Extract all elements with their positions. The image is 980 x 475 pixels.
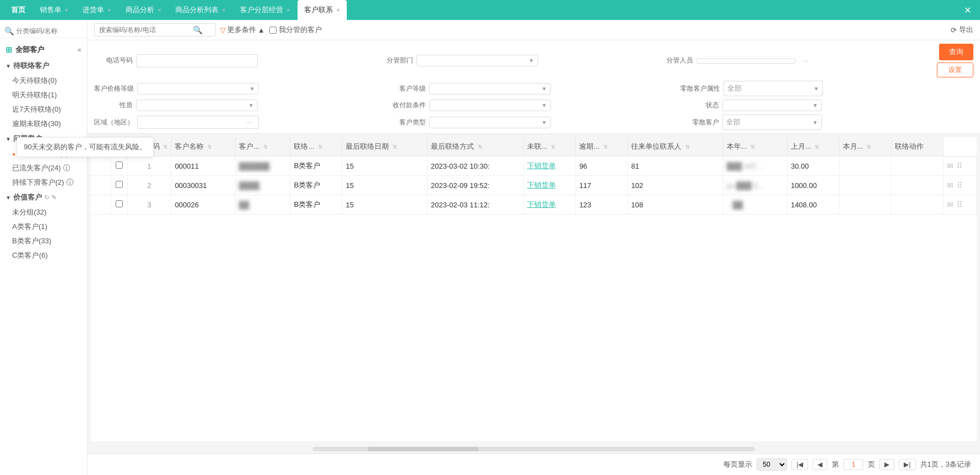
nav-tab-analysis-list[interactable]: 商品分析列表 × — [169, 0, 232, 20]
nav-tab-customer-tier[interactable]: 客户分层经营 × — [233, 0, 296, 20]
sort-contact-person-icon[interactable]: ⇅ — [685, 144, 690, 150]
export-button[interactable]: ⟳ 导出 — [951, 25, 973, 35]
nav-tab-analysis[interactable]: 商品分析 × — [119, 0, 168, 20]
sort-overdue-icon[interactable]: ⇅ — [603, 144, 608, 150]
region-dots[interactable]: ··· — [243, 118, 255, 126]
action-more-icon[interactable]: ⠿ — [957, 200, 962, 209]
settings-button[interactable]: 设置 — [937, 62, 973, 77]
filter-price-level-select[interactable]: ▼ — [137, 83, 259, 95]
row-checkbox-cell[interactable] — [111, 156, 127, 176]
nav-tab-home[interactable]: 首页 — [4, 0, 32, 20]
close-all-tabs-button[interactable]: ✕ — [960, 5, 976, 15]
prev-page-button[interactable]: ◀ — [812, 459, 827, 470]
action-more-icon[interactable]: ⠿ — [957, 161, 962, 170]
row-this-month-cell — [891, 195, 943, 215]
next-page-button[interactable]: ▶ — [879, 459, 894, 470]
filter-dept-select[interactable]: ▼ — [416, 55, 538, 66]
sidebar-item-ungrouped[interactable]: 未分组(32) — [0, 205, 87, 220]
row-contact-num-cell: 15 — [342, 176, 428, 195]
nav-tab-sales[interactable]: 销售单 × — [33, 0, 75, 20]
sidebar-item-churned[interactable]: 已流失客户(24) ⓘ — [0, 161, 87, 175]
sort-code-icon[interactable]: ⇅ — [163, 144, 168, 150]
edit-value-icon[interactable]: ✎ — [51, 194, 56, 201]
close-customer-contact-tab-icon[interactable]: × — [336, 7, 340, 13]
sidebar-group-pending[interactable]: ▼ 待联络客户 — [0, 58, 87, 74]
row-checkbox-cell[interactable] — [111, 176, 127, 195]
close-analysis-list-tab-icon[interactable]: × — [222, 7, 225, 13]
sidebar-all-customers[interactable]: ⊞ 全部客户 « — [0, 41, 87, 58]
action-message-icon[interactable]: ✉ — [947, 200, 953, 209]
filter-zero-customer-select[interactable]: 全部 ▼ — [722, 114, 822, 130]
filter-customer-type-label: 客户类型 — [387, 118, 426, 127]
sort-this-month-icon[interactable]: ⇅ — [867, 144, 871, 150]
sidebar-item-declining[interactable]: 持续下滑客户(2) ⓘ — [0, 175, 87, 190]
filter-customer-level-select[interactable]: ▼ — [429, 83, 551, 95]
my-customers-checkbox[interactable]: 我分管的客户 — [269, 25, 322, 35]
filter-region-select[interactable]: ··· — [137, 116, 259, 129]
close-sales-tab-icon[interactable]: × — [65, 7, 68, 13]
my-customers-check[interactable] — [269, 27, 277, 34]
filter-zero-attr-select[interactable]: 全部 ▼ — [723, 81, 823, 96]
filter-gender-select[interactable]: ▼ — [136, 100, 258, 111]
close-analysis-tab-icon[interactable]: × — [158, 7, 161, 13]
row-last-method-cell[interactable]: 下销货单 — [523, 195, 576, 215]
filter-dots-1[interactable]: ··· — [799, 57, 811, 65]
sort-type-icon[interactable]: ⇅ — [263, 144, 268, 150]
first-page-button[interactable]: |◀ — [791, 459, 808, 470]
action-more-icon[interactable]: ⠿ — [957, 181, 962, 190]
last-page-button[interactable]: ▶| — [899, 459, 915, 470]
customer-level-chevron-icon: ▼ — [541, 86, 547, 92]
sort-name-icon[interactable]: ⇅ — [207, 144, 212, 150]
sort-date-icon[interactable]: ⇅ — [393, 144, 397, 150]
close-customer-tier-tab-icon[interactable]: × — [286, 7, 290, 13]
pagination-bar: 每页显示 50 20 100 |◀ ◀ 第 页 ▶ ▶| 共1页，3条记录 — [87, 453, 980, 475]
main-search-input[interactable] — [99, 26, 193, 34]
sidebar-item-b-class[interactable]: B类客户(33) — [0, 234, 87, 248]
more-conditions-button[interactable]: ▽ 更多条件 ▲ — [220, 25, 265, 35]
last-method-link[interactable]: 下销货单 — [527, 181, 556, 189]
last-method-link[interactable]: 下销货单 — [527, 200, 556, 208]
nav-tab-customer-contact[interactable]: 客户联系 × — [298, 0, 346, 20]
sidebar-search-input[interactable] — [16, 27, 82, 35]
main-search-icon[interactable]: 🔍 — [193, 25, 202, 34]
filter-payment-label: 收付款条件 — [387, 101, 426, 110]
action-message-icon[interactable]: ✉ — [947, 161, 953, 170]
row-gear-cell — [91, 176, 111, 195]
horizontal-scrollbar[interactable] — [87, 445, 980, 453]
table-col-last-date: 最后联络日期 ⇅ — [342, 137, 428, 156]
sidebar-item-today[interactable]: 今天待联络(0) — [0, 74, 87, 88]
filter-phone-input[interactable] — [136, 54, 258, 67]
sort-method-icon[interactable]: ⇅ — [478, 144, 482, 150]
filter-person-label: 分管人员 — [654, 56, 693, 65]
nav-tab-purchase[interactable]: 进货单 × — [76, 0, 117, 20]
sidebar-group-value[interactable]: ▼ 价值客户 ↻ ✎ — [0, 190, 87, 205]
per-page-select[interactable]: 50 20 100 — [757, 458, 787, 471]
filter-customer-type-select[interactable]: ▼ — [429, 117, 551, 128]
row-select-checkbox[interactable] — [116, 181, 123, 188]
filter-status-select[interactable]: ▼ — [722, 100, 822, 111]
sort-no-contact-icon[interactable]: ⇅ — [551, 144, 555, 150]
sidebar-collapse-icon[interactable]: « — [77, 46, 81, 54]
sidebar-item-a-class[interactable]: A类客户(1) — [0, 220, 87, 234]
row-checkbox-cell[interactable] — [111, 195, 127, 215]
filter-payment-select[interactable]: ▼ — [429, 100, 551, 111]
sidebar-item-7days[interactable]: 近7天待联络(0) — [0, 102, 87, 117]
row-select-checkbox[interactable] — [116, 161, 123, 169]
sidebar-item-overdue-contact[interactable]: 逾期未联络(30) — [0, 117, 87, 131]
sidebar-item-tomorrow[interactable]: 明天待联络(1) — [0, 88, 87, 102]
sort-year-icon[interactable]: ⇅ — [750, 144, 755, 150]
row-select-checkbox[interactable] — [116, 200, 123, 207]
row-last-method-cell[interactable]: 下销货单 — [523, 156, 576, 176]
sort-contact-icon[interactable]: ⇅ — [318, 144, 322, 150]
page-number-input[interactable] — [843, 459, 863, 470]
filter-person-select[interactable] — [696, 58, 796, 64]
sidebar-item-c-class[interactable]: C类客户(6) — [0, 248, 87, 263]
last-method-link[interactable]: 下销货单 — [527, 161, 556, 170]
query-button[interactable]: 查询 — [939, 44, 973, 60]
action-message-icon[interactable]: ✉ — [947, 181, 953, 190]
close-purchase-tab-icon[interactable]: × — [107, 7, 111, 13]
refresh-icon[interactable]: ↻ — [44, 194, 49, 201]
row-last-method-cell[interactable]: 下销货单 — [523, 176, 576, 195]
sort-last-month-icon[interactable]: ⇅ — [815, 144, 819, 150]
row-gear-cell — [91, 195, 111, 215]
